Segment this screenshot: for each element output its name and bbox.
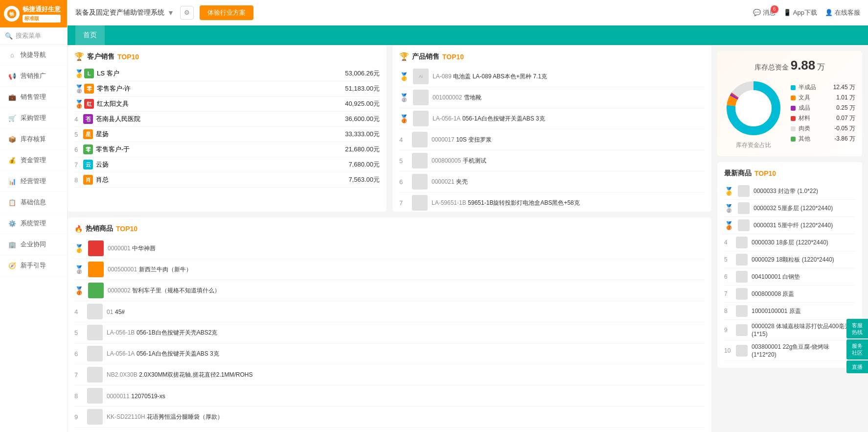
newest-info: 000800008 原盖	[752, 290, 855, 298]
product-thumb	[412, 195, 428, 211]
customer-name: 肖总	[93, 175, 348, 184]
gold-icon: 🥇	[399, 72, 409, 81]
newest-rank: 4	[724, 239, 732, 246]
legend-dot	[791, 85, 796, 90]
hot-product-row: 🥇 0000001 中华神唇	[74, 238, 705, 259]
sidebar-item-home[interactable]: ⌂ 快捷导航	[0, 45, 67, 66]
app-download-button[interactable]: 📱 App下载	[783, 8, 817, 17]
sidebar-item-enterprise[interactable]: 🏢 企业协同	[0, 234, 67, 255]
customer-badge: 零	[83, 144, 93, 154]
sidebar-item-basic[interactable]: 📋 基础信息	[0, 192, 67, 213]
float-btn-service[interactable]: 客服热线	[846, 319, 868, 339]
hot-product-row: 🥈 000500001 新西兰牛肉（新牛）	[74, 259, 705, 280]
newest-info: 10000100001 原盖	[752, 307, 855, 315]
sidebar-item-finance[interactable]: 💰 资金管理	[0, 150, 67, 171]
rank-number: 7	[74, 161, 83, 168]
inventory-card: 库存总资金 9.88 万	[717, 51, 862, 156]
sidebar-item-system[interactable]: ⚙️ 系统管理	[0, 213, 67, 234]
customer-rank-row: 7 云 云扬 7,680.00元	[74, 157, 380, 172]
customer-name: 苍南县人民医院	[93, 115, 345, 123]
message-icon: 💬	[753, 9, 761, 16]
topbar-system: 装备及固定资产辅助管理系统 ▼	[75, 8, 174, 17]
product-sales-rank-list: 🥇 Ai LA-089 电池盖 LA-089 ABS本色+黑种 7.1克 🥈	[399, 66, 705, 214]
product-info: LA-089 电池盖 LA-089 ABS本色+黑种 7.1克	[433, 72, 705, 81]
product-rank-row: 🥇 Ai LA-089 电池盖 LA-089 ABS本色+黑种 7.1克	[399, 66, 705, 87]
app-badge: 标准版	[23, 15, 61, 23]
product-info: 0000001 中华神唇	[108, 244, 705, 253]
newest-rank: 6	[724, 273, 732, 280]
sidebar-item-management[interactable]: 📊 经营管理	[0, 171, 67, 192]
customer-rank-row: 4 苍 苍南县人民医院 36,600.00元	[74, 112, 380, 127]
customer-amount: 7,680.00元	[348, 160, 380, 169]
sidebar-item-purchase[interactable]: 🛒 采购管理	[0, 108, 67, 129]
product-thumb	[87, 367, 103, 383]
product-image	[88, 262, 104, 277]
product-image	[88, 240, 104, 256]
legend-item: 成品 0.25 万	[791, 104, 855, 112]
product-rank-row: 🥈 001000002 雪地靴	[399, 87, 705, 108]
customer-badge: 苍	[83, 114, 93, 124]
newest-info: 003800001 22g鱼豆腐-烧烤味 (1*12*20)	[752, 343, 855, 358]
customer-name: LS 客户	[94, 69, 345, 78]
rank-number: 8	[74, 176, 83, 184]
float-buttons: 客服热线 服务社区 直播	[846, 319, 868, 373]
phone-icon: 📱	[783, 9, 791, 16]
search-icon: 🔍	[5, 32, 13, 40]
rank-number: 7	[74, 371, 83, 379]
trial-button[interactable]: 体验行业方案	[200, 5, 253, 20]
product-rank-row: 6 0000021 夹壳	[399, 171, 705, 192]
hot-products-title: 🔥 热销商品 TOP10	[74, 224, 705, 233]
sidebar-item-inventory[interactable]: 📦 库存核算	[0, 129, 67, 150]
dropdown-arrow-icon[interactable]: ▼	[167, 9, 174, 17]
legend-dot	[791, 106, 796, 111]
customer-name: 云扬	[93, 160, 348, 169]
newest-thumb	[738, 185, 750, 197]
system-icon: ⚙️	[8, 219, 17, 228]
newest-product-row: 🥇 0000033 封边带 (1.0*22)	[724, 183, 855, 200]
product-info: 0000021 夹壳	[432, 178, 705, 186]
sidebar-menu: ⌂ 快捷导航 📢 营销推广 💼 销售管理 🛒 采购管理 📦 库存核算 💰 资金管…	[0, 45, 67, 432]
sidebar-item-label: 快捷导航	[21, 50, 46, 59]
product-info: LA-59651-1B 59651-1B旋转投影灯电池盒ABS黑色+58克	[432, 199, 705, 207]
trophy-icon: 🏆	[74, 52, 84, 61]
product-thumb	[413, 111, 429, 126]
customer-badge: L	[84, 69, 94, 78]
sidebar-item-sales[interactable]: 💼 销售管理	[0, 87, 67, 108]
legend-label: 半成品	[799, 83, 816, 92]
hot-product-row: 5 LA-056-1B 056-1B白色按键开关壳ABS2克	[74, 322, 705, 343]
legend-label: 其他	[799, 135, 810, 143]
product-thumb	[412, 132, 428, 147]
rank-number: 6	[74, 350, 83, 358]
customer-badge: 红	[84, 99, 94, 109]
app-name: 畅捷通好生意	[23, 5, 61, 14]
tab-home[interactable]: 首页	[75, 25, 105, 45]
svg-point-7	[735, 90, 772, 126]
product-rank-row: 🥉 LA-056-1A 056-1A白色按键开关盖ABS 3克	[399, 108, 705, 129]
message-button[interactable]: 💬 消息 6	[753, 8, 776, 17]
rank-number: 4	[399, 136, 408, 144]
newest-info: 0000030 18多层 (1220*2440)	[752, 239, 855, 247]
newest-label: 最新商品	[724, 169, 752, 178]
sidebar-logo: 畅 畅捷通好生意 标准版	[0, 0, 67, 27]
newest-thumb	[738, 219, 750, 231]
customer-top10-card: 🏆 客户销售 TOP10 🥇 L LS 客户 53,006.26元	[68, 45, 387, 212]
product-rank-row: 5 000800005 手机测试	[399, 150, 705, 171]
search-menu-item[interactable]: 🔍 搜索菜单	[0, 27, 67, 45]
newest-rank: 5	[724, 256, 732, 263]
online-service-button[interactable]: 👤 在线客服	[825, 8, 860, 17]
newest-info: 0000032 5厘多层 (1220*2440)	[754, 204, 855, 213]
newest-product-row: 5 0000029 18颗粒板 (1220*2440)	[724, 251, 855, 268]
legend-dot	[791, 116, 796, 121]
customer-name: 零售客户-于	[93, 145, 345, 154]
sidebar-item-marketing[interactable]: 📢 营销推广	[0, 66, 67, 87]
float-btn-live[interactable]: 直播	[846, 360, 868, 373]
settings-button[interactable]: ⚙	[180, 6, 194, 20]
sidebar-item-guide[interactable]: 🧭 新手引导	[0, 255, 67, 276]
chart-label: 库存资金占比	[724, 141, 783, 149]
topbar-right: 💬 消息 6 📱 App下载 👤 在线客服	[753, 8, 860, 17]
customer-name: 零售客户-许	[94, 84, 345, 93]
newest-product-row: 🥈 0000032 5厘多层 (1220*2440)	[724, 200, 855, 217]
float-btn-community[interactable]: 服务社区	[846, 339, 868, 360]
fire-icon: 🔥	[74, 225, 83, 233]
newest-product-row: 7 000800008 原盖	[724, 286, 855, 303]
